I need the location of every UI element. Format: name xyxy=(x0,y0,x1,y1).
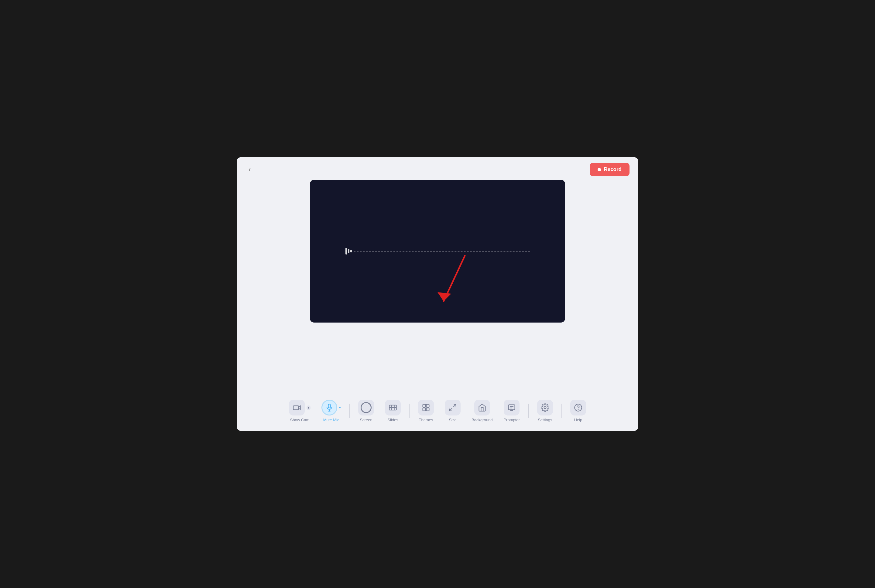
dashed-line xyxy=(354,251,530,252)
screen-icon-wrap xyxy=(358,400,374,416)
back-button[interactable]: ‹ xyxy=(246,164,254,175)
show-cam-icon-wrap xyxy=(289,400,305,416)
toolbar-item-themes[interactable]: Themes xyxy=(413,398,439,424)
background-icon xyxy=(478,404,486,412)
svg-rect-12 xyxy=(423,408,426,411)
toolbar-item-size[interactable]: Size xyxy=(439,398,466,424)
preview-area xyxy=(237,180,638,394)
slides-icon-wrap xyxy=(385,400,401,416)
svg-rect-16 xyxy=(509,405,515,410)
size-label: Size xyxy=(449,418,456,422)
app-window: ‹ Record xyxy=(237,158,638,430)
show-cam-chevron-icon[interactable]: ▾ xyxy=(306,405,311,410)
separator-2 xyxy=(409,404,410,418)
svg-marker-1 xyxy=(437,292,451,301)
background-icon-wrap xyxy=(474,400,490,416)
themes-label: Themes xyxy=(419,418,433,422)
themes-icon xyxy=(422,404,430,412)
svg-line-15 xyxy=(450,408,452,411)
svg-point-19 xyxy=(544,406,546,409)
size-icon-wrap xyxy=(445,400,461,416)
prompter-label: Prompter xyxy=(503,418,519,422)
help-icon xyxy=(574,404,582,412)
screen-label: Screen xyxy=(360,418,372,422)
svg-rect-2 xyxy=(293,406,299,410)
help-label: Help xyxy=(574,418,582,422)
svg-rect-13 xyxy=(426,408,429,411)
toolbar-item-prompter[interactable]: Prompter xyxy=(498,398,525,424)
record-label: Record xyxy=(604,166,621,172)
preview-screen xyxy=(310,180,565,322)
arrow-annotation xyxy=(431,253,480,314)
toolbar-item-settings[interactable]: Settings xyxy=(532,398,558,424)
slides-icon xyxy=(389,404,397,412)
waveform-bars xyxy=(345,248,352,255)
background-label: Background xyxy=(471,418,492,422)
record-button[interactable]: Record xyxy=(590,163,629,176)
gear-icon xyxy=(541,404,549,412)
mute-mic-label: Mute Mic xyxy=(323,418,339,422)
toolbar-item-screen[interactable]: Screen xyxy=(353,398,380,424)
separator-4 xyxy=(561,404,562,418)
settings-label: Settings xyxy=(538,418,552,422)
separator-3 xyxy=(528,404,529,418)
screen-circle-icon xyxy=(361,402,372,413)
mute-mic-icon-wrap xyxy=(321,400,337,416)
svg-line-14 xyxy=(453,405,456,407)
toolbar-item-show-cam[interactable]: ▾ Show Cam xyxy=(284,398,316,424)
mic-icon xyxy=(325,404,333,412)
svg-line-0 xyxy=(444,256,465,301)
bar-3 xyxy=(350,250,352,252)
mute-mic-chevron-icon[interactable]: ▾ xyxy=(339,406,341,410)
show-cam-label: Show Cam xyxy=(290,418,309,422)
audio-visual xyxy=(345,248,530,255)
settings-icon-wrap xyxy=(537,400,553,416)
top-bar: ‹ Record xyxy=(237,158,638,180)
size-icon xyxy=(449,404,457,412)
bar-2 xyxy=(348,249,350,253)
bar-1 xyxy=(345,248,347,255)
toolbar-item-help[interactable]: Help xyxy=(565,398,591,424)
prompter-icon xyxy=(507,404,516,412)
toolbar-item-background[interactable]: Background xyxy=(466,398,498,424)
prompter-icon-wrap xyxy=(504,400,519,416)
toolbar: ▾ Show Cam ▾ Mute Mic xyxy=(237,394,638,430)
camera-icon xyxy=(293,404,301,412)
toolbar-item-mute-mic[interactable]: ▾ Mute Mic xyxy=(316,398,346,424)
themes-icon-wrap xyxy=(418,400,434,416)
slides-label: Slides xyxy=(387,418,398,422)
svg-rect-11 xyxy=(426,405,429,407)
help-icon-wrap xyxy=(570,400,586,416)
record-dot-icon xyxy=(597,168,601,171)
svg-rect-10 xyxy=(423,405,426,407)
svg-point-20 xyxy=(575,404,581,411)
toolbar-item-slides[interactable]: Slides xyxy=(380,398,406,424)
svg-rect-3 xyxy=(329,404,330,408)
